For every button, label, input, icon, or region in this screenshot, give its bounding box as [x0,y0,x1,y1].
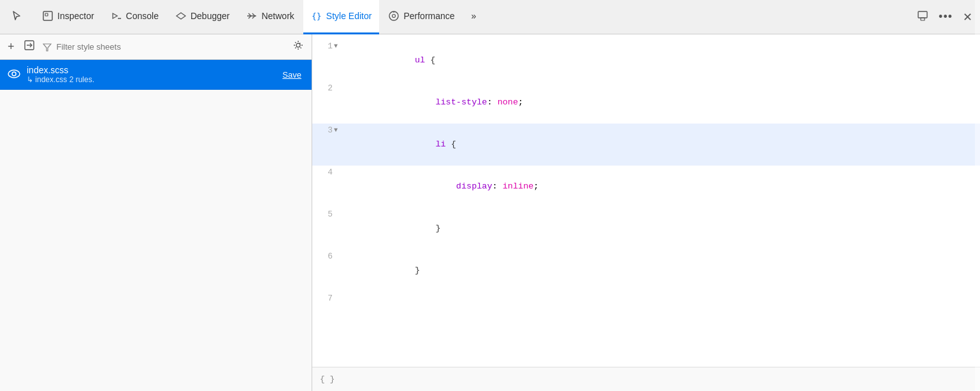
token-indent [415,97,435,107]
eye-icon [8,68,20,82]
tab-style-editor-label: Style Editor [326,11,372,21]
token-semi: ; [533,181,538,191]
code-content: list-style: none; [361,82,523,124]
editor: 1 ▼ ul { 2 list-style: none; [312,34,980,391]
line-gutter-1: 1 ▼ [312,39,350,53]
close-icon: ✕ [963,10,972,24]
close-button[interactable]: ✕ [959,6,976,28]
code-content: li { [361,124,456,166]
code-line: 5 } [312,208,980,250]
sidebar-toolbar: + [0,34,312,60]
code-line: 4 display: inline; [312,166,980,208]
token-indent [415,181,456,191]
code-content: ul { [361,39,435,82]
token-brace: { [430,55,435,65]
tab-performance-label: Performance [403,11,454,21]
token-brace: } [415,266,420,275]
code-line: 3 ▼ li { [312,124,980,166]
line-number: 3 [317,124,333,138]
token-selector: ul [415,55,430,65]
overflow-icon: ••• [939,10,953,24]
token-property: display [456,181,493,191]
file-sub: ↳ index.css 2 rules. [27,75,273,84]
token-value: none [498,97,518,107]
svg-marker-14 [43,44,51,51]
tab-network[interactable]: Network [238,0,301,34]
tab-debugger-label: Debugger [191,11,230,21]
sidebar: + [0,34,312,391]
overflow-button[interactable]: ••• [935,6,956,27]
line-gutter-6: 6 [312,250,350,264]
import-stylesheet-button[interactable] [21,37,38,57]
tab-console[interactable]: Console [103,0,166,34]
save-button[interactable]: Save [280,69,304,81]
tab-more[interactable]: » [464,0,484,34]
svg-point-7 [389,11,398,20]
code-area[interactable]: 1 ▼ ul { 2 list-style: none; [312,34,980,367]
token-semi: ; [518,97,523,107]
toolbar: Inspector Console Debugger Netwo [0,0,980,34]
code-line: 7 [312,292,980,306]
dock-icon [917,10,928,24]
tab-debugger[interactable]: Debugger [168,0,238,34]
code-content [361,292,368,306]
token-indent [415,139,435,149]
import-icon [24,39,35,54]
file-name: index.scss [27,65,273,75]
token-colon: : [493,181,503,191]
line-number: 4 [317,166,333,180]
toolbar-left [4,0,31,34]
file-item[interactable]: index.scss ↳ index.css 2 rules. Save [0,60,312,90]
dock-button[interactable] [913,6,932,28]
line-number: 5 [317,208,333,222]
code-content: } [361,250,420,292]
settings-button[interactable] [290,37,306,57]
code-line: 6 } [312,250,980,292]
gear-icon [292,39,304,54]
cursor-icon [11,10,23,22]
svg-rect-11 [921,18,925,20]
svg-rect-10 [918,11,927,18]
fold-arrow-empty [334,82,342,96]
svg-marker-2 [113,13,117,18]
filter-icon [41,41,53,53]
fold-arrow-empty [334,166,342,180]
svg-rect-1 [45,13,48,16]
line-number: 6 [317,250,333,264]
token-brace: } [435,224,440,233]
more-icon: » [472,11,477,21]
tab-style-editor[interactable]: {} Style Editor [303,0,380,34]
debugger-icon [175,10,187,22]
tab-inspector-label: Inspector [57,11,94,21]
line-gutter-7: 7 [312,292,350,306]
performance-icon [388,10,400,22]
network-icon [246,10,257,22]
token-selector: li [435,139,450,149]
footer-label: { } [320,374,335,384]
tab-performance[interactable]: Performance [380,0,462,34]
file-list: index.scss ↳ index.css 2 rules. Save [0,60,312,391]
fold-arrow[interactable]: ▼ [334,39,342,53]
filter-input[interactable] [57,42,286,52]
line-gutter-3: 3 ▼ [312,124,350,138]
fold-arrow-empty [334,250,342,264]
svg-point-8 [393,15,396,18]
add-stylesheet-button[interactable]: + [5,38,17,56]
svg-point-16 [8,70,20,78]
code-line: 2 list-style: none; [312,82,980,124]
tab-console-label: Console [126,11,159,21]
tab-network-label: Network [261,11,294,21]
fold-arrow[interactable]: ▼ [334,124,342,138]
token-value: inline [503,181,534,191]
svg-point-17 [12,72,16,76]
tab-cursor[interactable] [4,0,31,34]
editor-footer: { } [312,367,980,391]
plus-icon: + [8,40,15,53]
tab-inspector[interactable]: Inspector [34,0,102,34]
token-property: list-style [435,97,487,107]
line-number: 1 [317,39,333,53]
style-editor-icon: {} [311,10,322,22]
code-content: display: inline; [361,166,538,208]
line-gutter-4: 4 [312,166,350,180]
code-content: } [361,208,441,250]
